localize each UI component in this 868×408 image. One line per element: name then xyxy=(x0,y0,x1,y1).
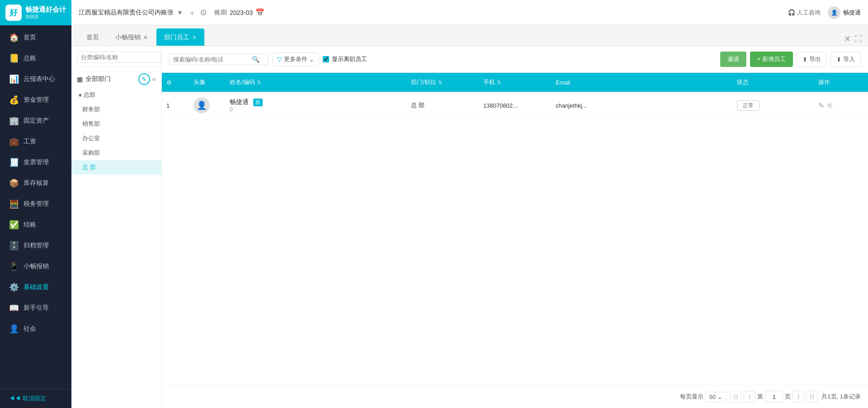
edit-employee-icon[interactable]: ✎ xyxy=(818,101,824,110)
import-button[interactable]: ⬇ 导入 xyxy=(830,52,861,67)
toolbar-right-actions: 邀请 + 新增员工 ⬆ 导出 ⬇ 导入 xyxy=(720,52,861,67)
main-area: 江西服宝精品有限责任公司内账张 ▼ ＋ ⚙ 账期 2023-03 📅 🎧 人工咨… xyxy=(71,0,868,408)
sidebar-item-inventory[interactable]: 📦 库存核算 xyxy=(0,173,71,194)
tab-expense[interactable]: 小畅报销 ✕ xyxy=(108,28,156,46)
th-avatar: 头像 xyxy=(189,73,225,92)
funds-icon: 💰 xyxy=(9,95,19,105)
sidebar-item-invoice[interactable]: 🧾 发票管理 xyxy=(0,152,71,173)
page-input[interactable] xyxy=(765,391,783,403)
ledger-icon: 📒 xyxy=(9,53,19,63)
grid-icon: ▦ xyxy=(77,76,83,83)
tab-employees-close[interactable]: ✕ xyxy=(192,34,197,41)
right-panel: 🔍 ▽ 更多条件 ⌄ 显示离职员工 邀请 + 新增员工 ⬆ 导出 xyxy=(162,46,868,408)
sidebar: 好 畅捷通好会计 旗舰版 🏠 首页 📒 总账 📊 云报表中心 💰 资金管理 🏢 … xyxy=(0,0,71,408)
tabbar: 首页 小畅报销 ✕ 部门员工 ✕ ✕ ⛶ xyxy=(71,25,868,46)
invite-button[interactable]: 邀请 xyxy=(720,52,746,67)
dept-item-sales[interactable]: 销售部 xyxy=(71,117,161,131)
th-name[interactable]: 姓名/编码 ⇅ xyxy=(225,73,406,92)
company-dropdown-icon[interactable]: ▼ xyxy=(177,9,183,16)
tab-employees-label: 部门员工 xyxy=(164,33,189,42)
prev-page-button[interactable]: ⟨ xyxy=(744,391,755,403)
sidebar-item-expense[interactable]: 📱 小畅报销 xyxy=(0,256,71,277)
reports-icon: 📊 xyxy=(9,74,19,84)
th-settings[interactable]: ⚙ xyxy=(162,73,189,92)
td-name: 畅捷通 部 0 xyxy=(225,92,406,119)
sidebar-item-tax[interactable]: 🧮 税务管理 xyxy=(0,194,71,214)
page-total-info: 共1页, 1条记录 xyxy=(821,393,861,401)
close-books-icon: ✅ xyxy=(9,220,19,230)
tab-close-icon[interactable]: ✕ xyxy=(844,34,851,44)
status-badge: 正常 xyxy=(737,100,760,111)
add-employee-button[interactable]: + 新增员工 xyxy=(750,52,793,67)
dept-item-purchase[interactable]: 采购部 xyxy=(71,146,161,160)
social-icon: 👤 xyxy=(9,324,19,334)
sidebar-item-guide[interactable]: 📖 新手引导 xyxy=(0,298,71,318)
dept-edit-icon[interactable]: ✎ xyxy=(138,73,150,85)
th-phone-sort-icon[interactable]: ⇅ xyxy=(497,80,501,85)
last-page-button[interactable]: ⟩⟩ xyxy=(806,391,818,403)
tab-employees[interactable]: 部门员工 ✕ xyxy=(156,28,204,46)
per-page-label: 每页显示 xyxy=(680,393,703,401)
show-resigned-checkbox-label[interactable]: 显示离职员工 xyxy=(323,55,367,63)
sidebar-item-archive[interactable]: 🗄️ 归档管理 xyxy=(0,235,71,256)
th-dept-sort-icon[interactable]: ⇅ xyxy=(438,80,442,85)
export-icon: ⬆ xyxy=(802,56,807,63)
app-logo-text: 畅捷通好会计 旗舰版 xyxy=(25,5,66,20)
dept-item-finance[interactable]: 财务部 xyxy=(71,102,161,117)
per-page-chevron-icon: ⌄ xyxy=(717,394,722,400)
assets-icon: 🏢 xyxy=(9,116,19,126)
employee-toolbar: 🔍 ▽ 更多条件 ⌄ 显示离职员工 邀请 + 新增员工 ⬆ 导出 xyxy=(162,46,868,73)
employee-search-input[interactable] xyxy=(173,56,250,63)
sidebar-item-reports[interactable]: 📊 云报表中心 xyxy=(0,69,71,90)
support-button[interactable]: 🎧 人工咨询 xyxy=(788,9,821,17)
sidebar-item-settings[interactable]: ⚙️ 基础设置 xyxy=(0,277,71,298)
td-index: 1 xyxy=(162,92,189,119)
sidebar-item-salary[interactable]: 💼 工资 xyxy=(0,131,71,152)
delete-employee-icon[interactable]: ⎋ xyxy=(828,101,832,109)
employee-search-icon[interactable]: 🔍 xyxy=(252,56,259,63)
salary-icon: 💼 xyxy=(9,137,19,147)
per-page-dropdown[interactable]: 50 ⌄ xyxy=(705,392,726,402)
next-page-button[interactable]: ⟩ xyxy=(793,391,804,403)
page-size-selector: 每页显示 50 ⌄ xyxy=(680,392,726,402)
page-suffix: 页 xyxy=(785,393,791,401)
topbar-settings-icon[interactable]: ⚙ xyxy=(200,8,207,18)
dept-search-input[interactable] xyxy=(77,52,161,63)
dept-header-icons: ✎ « xyxy=(138,73,156,85)
sidebar-item-ledger[interactable]: 📒 总账 xyxy=(0,48,71,69)
user-menu[interactable]: 👤 畅捷通 xyxy=(828,6,861,19)
tab-home[interactable]: 首页 xyxy=(79,28,107,46)
table-header: ⚙ 头像 姓名/编码 ⇅ 部门/职位 ⇅ 手机 ⇅ xyxy=(162,73,868,92)
sidebar-item-assets[interactable]: 🏢 固定资产 xyxy=(0,110,71,131)
th-dept[interactable]: 部门/职位 ⇅ xyxy=(406,73,479,92)
show-resigned-checkbox[interactable] xyxy=(323,56,329,62)
expand-arrow-icon: ▾ xyxy=(79,92,82,99)
filter-chevron-icon: ⌄ xyxy=(309,56,314,63)
tax-icon: 🧮 xyxy=(9,199,19,209)
sidebar-item-funds[interactable]: 💰 资金管理 xyxy=(0,90,71,110)
sidebar-item-social[interactable]: 👤 社会 xyxy=(0,318,71,339)
th-phone[interactable]: 手机 ⇅ xyxy=(479,73,551,92)
app-logo-icon: 好 xyxy=(5,5,22,21)
td-email: chanjethkj... xyxy=(551,92,732,119)
sidebar-item-home[interactable]: 🏠 首页 xyxy=(0,27,71,48)
department-tree: ▦ 全部部门 ✎ « ▾ 总部 财务部 销售部 xyxy=(71,67,161,408)
th-name-sort-icon[interactable]: ⇅ xyxy=(257,80,261,85)
add-company-icon[interactable]: ＋ xyxy=(188,7,196,18)
tab-expand-icon[interactable]: ⛶ xyxy=(854,34,863,44)
period-selector[interactable]: 账期 2023-03 📅 xyxy=(214,8,264,17)
dept-item-general[interactable]: 总 部 xyxy=(71,160,161,175)
all-departments-header[interactable]: ▦ 全部部门 ✎ « xyxy=(71,71,161,88)
home-icon: 🏠 xyxy=(9,33,19,43)
filter-button[interactable]: ▽ 更多条件 ⌄ xyxy=(272,52,319,66)
tab-expense-close[interactable]: ✕ xyxy=(143,34,148,41)
sidebar-item-close[interactable]: ✅ 结账 xyxy=(0,214,71,235)
filter-icon: ▽ xyxy=(277,56,282,63)
td-phone: 138070602... xyxy=(479,92,551,119)
export-button[interactable]: ⬆ 导出 xyxy=(797,52,827,67)
cancel-fixed-button[interactable]: ◀◀ 取消固定 xyxy=(0,389,71,408)
dept-item-office[interactable]: 办公室 xyxy=(71,131,161,146)
first-page-button[interactable]: ⟨⟨ xyxy=(730,391,742,403)
dept-collapse-icon[interactable]: « xyxy=(152,75,156,83)
dept-tree-parent-node[interactable]: ▾ 总部 xyxy=(71,88,161,102)
